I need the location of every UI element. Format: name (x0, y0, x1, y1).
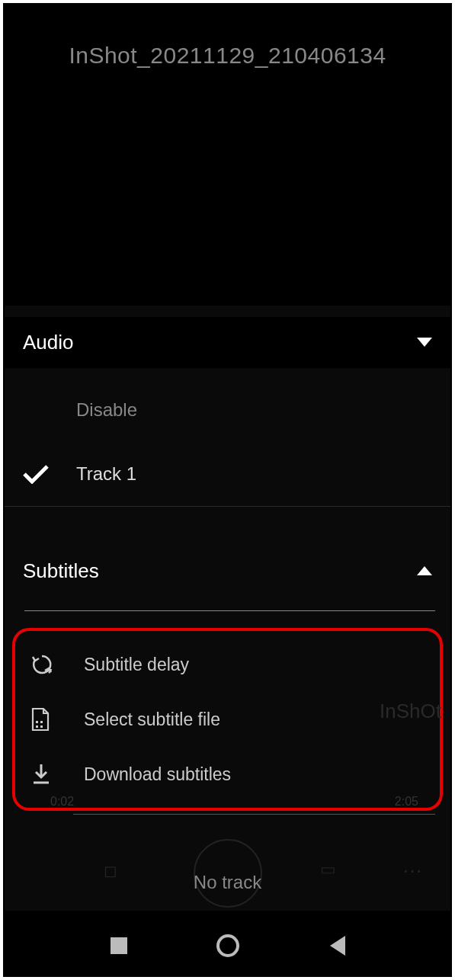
annotation-highlight: Subtitle delay Select subtitle file (12, 628, 443, 811)
audio-item-disable[interactable]: Disable (5, 378, 450, 442)
subtitle-action-label: Select subtitle file (84, 709, 220, 730)
svg-rect-3 (40, 725, 43, 728)
video-title: InShot_20211129_210406134 (5, 43, 450, 69)
subtitle-action-select-file[interactable]: Select subtitle file (20, 692, 435, 747)
system-nav-bar (5, 916, 450, 975)
collapse-icon (417, 338, 432, 348)
subtitle-action-label: Download subtitles (84, 764, 231, 785)
file-icon (30, 707, 76, 732)
svg-rect-1 (36, 725, 38, 728)
audio-header-label: Audio (23, 331, 74, 354)
expand-icon (417, 566, 432, 577)
svg-rect-0 (36, 721, 38, 723)
audio-item-label: Track 1 (76, 463, 136, 485)
check-icon (23, 464, 69, 484)
subtitle-action-delay[interactable]: Subtitle delay (20, 637, 435, 692)
audio-item-track1[interactable]: Track 1 (5, 442, 450, 506)
svg-rect-4 (111, 937, 127, 954)
subtitle-action-label: Subtitle delay (84, 655, 189, 675)
subtitles-section-header[interactable]: Subtitles (5, 546, 450, 597)
download-icon (30, 763, 76, 786)
ghost-time-left: 0:02 (50, 795, 74, 809)
history-icon (30, 653, 76, 676)
nav-recent-icon[interactable] (109, 936, 129, 956)
subtitles-header-label: Subtitles (23, 559, 99, 583)
nav-back-icon[interactable] (327, 934, 347, 957)
divider (5, 506, 450, 507)
nav-home-icon[interactable] (215, 933, 241, 959)
divider (73, 814, 435, 815)
audio-section-header[interactable]: Audio (5, 317, 450, 368)
divider (24, 610, 435, 611)
subtitle-action-download[interactable]: Download subtitles (20, 747, 435, 802)
no-track-label: No track (5, 872, 450, 893)
svg-rect-2 (40, 721, 43, 723)
audio-item-label: Disable (76, 399, 137, 421)
ghost-time-right: 2:05 (395, 795, 418, 809)
svg-point-5 (218, 936, 238, 956)
